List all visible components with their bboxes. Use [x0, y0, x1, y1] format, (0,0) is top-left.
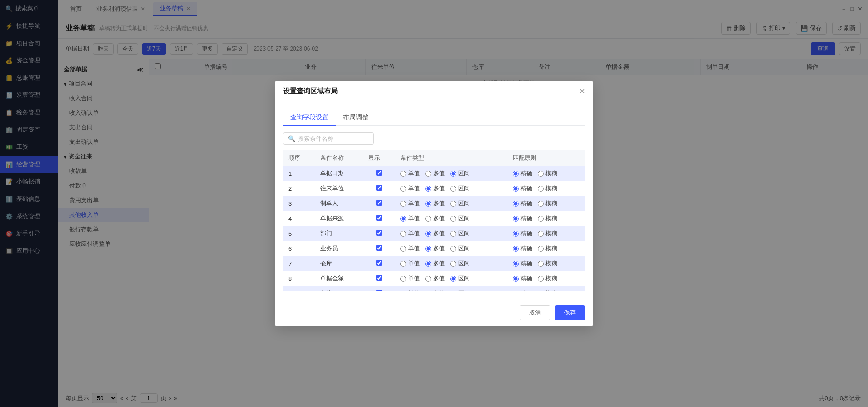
- row-match-rule: 精确模糊: [507, 196, 585, 211]
- dialog-tab-query-fields[interactable]: 查询字段设置: [283, 110, 336, 126]
- radio-type-单值[interactable]: 单值: [400, 290, 420, 291]
- radio-match-模糊[interactable]: 模糊: [538, 214, 557, 223]
- row-order: 4: [283, 211, 315, 226]
- dialog-tab-layout[interactable]: 布局调整: [336, 110, 376, 126]
- radio-match-精确[interactable]: 精确: [513, 244, 532, 253]
- radio-type-单值[interactable]: 单值: [400, 229, 420, 238]
- radio-type-区间[interactable]: 区间: [450, 229, 470, 238]
- row-order: 8: [283, 271, 315, 286]
- dialog-close-button[interactable]: ✕: [579, 87, 585, 96]
- row-match-rule: 精确模糊: [507, 256, 585, 271]
- display-checkbox[interactable]: [376, 230, 382, 236]
- display-checkbox[interactable]: [376, 290, 382, 291]
- radio-match-精确[interactable]: 精确: [513, 275, 532, 283]
- row-display: [363, 271, 395, 286]
- row-condition-name: 单据日期: [315, 166, 363, 181]
- row-match-rule: 精确模糊: [507, 241, 585, 256]
- dialog-save-button[interactable]: 保存: [555, 305, 585, 320]
- radio-type-区间[interactable]: 区间: [450, 184, 470, 193]
- row-condition-type: 单值多值区间: [395, 226, 507, 241]
- radio-type-单值[interactable]: 单值: [400, 184, 420, 193]
- radio-type-单值[interactable]: 单值: [400, 259, 420, 268]
- radio-type-多值[interactable]: 多值: [425, 229, 445, 238]
- col-order: 顺序: [283, 150, 315, 166]
- radio-match-模糊[interactable]: 模糊: [538, 199, 557, 208]
- radio-match-精确[interactable]: 精确: [513, 184, 532, 193]
- radio-match-精确[interactable]: 精确: [513, 169, 532, 178]
- radio-match-精确[interactable]: 精确: [513, 199, 532, 208]
- dialog-footer: 取消 保存: [275, 299, 593, 326]
- row-match-rule: 精确模糊: [507, 226, 585, 241]
- dialog-title: 设置查询区域布局: [283, 87, 338, 96]
- radio-type-区间[interactable]: 区间: [450, 244, 470, 253]
- display-checkbox[interactable]: [376, 275, 382, 281]
- row-condition-name: 仓库: [315, 256, 363, 271]
- row-condition-type: 单值多值区间: [395, 286, 507, 292]
- col-condition-type: 条件类型: [395, 150, 507, 166]
- display-checkbox[interactable]: [376, 200, 382, 206]
- row-display: [363, 256, 395, 271]
- settings-row: 5部门单值多值区间精确模糊: [283, 226, 585, 241]
- radio-match-精确[interactable]: 精确: [513, 259, 532, 268]
- settings-row: 6业务员单值多值区间精确模糊: [283, 241, 585, 256]
- row-display: [363, 211, 395, 226]
- cancel-button[interactable]: 取消: [520, 305, 550, 320]
- radio-type-多值[interactable]: 多值: [425, 199, 445, 208]
- display-checkbox[interactable]: [376, 245, 382, 251]
- radio-match-模糊[interactable]: 模糊: [538, 259, 557, 268]
- display-checkbox[interactable]: [376, 185, 382, 191]
- dialog-search-box: 🔍: [283, 132, 374, 145]
- radio-type-多值[interactable]: 多值: [425, 290, 445, 291]
- radio-type-区间[interactable]: 区间: [450, 199, 470, 208]
- dialog-body: 查询字段设置 布局调整 🔍 顺序 条件名称 显示: [275, 102, 593, 299]
- row-condition-type: 单值多值区间: [395, 271, 507, 286]
- radio-match-模糊[interactable]: 模糊: [538, 290, 557, 291]
- radio-match-模糊[interactable]: 模糊: [538, 184, 557, 193]
- radio-match-精确[interactable]: 精确: [513, 290, 532, 291]
- radio-type-区间[interactable]: 区间: [450, 259, 470, 268]
- radio-type-区间[interactable]: 区间: [450, 214, 470, 223]
- display-checkbox[interactable]: [376, 215, 382, 221]
- row-condition-name: 往来单位: [315, 181, 363, 196]
- row-condition-type: 单值多值区间: [395, 211, 507, 226]
- overlay: 设置查询区域布局 ✕ 查询字段设置 布局调整 🔍: [0, 0, 868, 407]
- row-condition-type: 单值多值区间: [395, 256, 507, 271]
- settings-row: 3制单人单值多值区间精确模糊: [283, 196, 585, 211]
- radio-type-区间[interactable]: 区间: [450, 169, 470, 178]
- row-order: 5: [283, 226, 315, 241]
- row-condition-type: 单值多值区间: [395, 196, 507, 211]
- row-display: [363, 196, 395, 211]
- radio-type-单值[interactable]: 单值: [400, 199, 420, 208]
- radio-match-精确[interactable]: 精确: [513, 214, 532, 223]
- row-match-rule: 精确模糊: [507, 286, 585, 292]
- display-checkbox[interactable]: [376, 170, 382, 176]
- radio-match-模糊[interactable]: 模糊: [538, 244, 557, 253]
- dialog: 设置查询区域布局 ✕ 查询字段设置 布局调整 🔍: [275, 81, 593, 326]
- row-condition-type: 单值多值区间: [395, 166, 507, 181]
- radio-type-多值[interactable]: 多值: [425, 259, 445, 268]
- radio-type-多值[interactable]: 多值: [425, 184, 445, 193]
- dialog-search-icon: 🔍: [288, 135, 295, 142]
- settings-row: 7仓库单值多值区间精确模糊: [283, 256, 585, 271]
- radio-type-单值[interactable]: 单值: [400, 244, 420, 253]
- row-display: [363, 166, 395, 181]
- settings-row: 1单据日期单值多值区间精确模糊: [283, 166, 585, 181]
- radio-match-精确[interactable]: 精确: [513, 229, 532, 238]
- radio-match-模糊[interactable]: 模糊: [538, 229, 557, 238]
- radio-type-多值[interactable]: 多值: [425, 275, 445, 283]
- radio-type-单值[interactable]: 单值: [400, 214, 420, 223]
- radio-match-模糊[interactable]: 模糊: [538, 275, 557, 283]
- radio-type-多值[interactable]: 多值: [425, 214, 445, 223]
- radio-type-区间[interactable]: 区间: [450, 290, 470, 291]
- dialog-search-input[interactable]: [298, 135, 369, 142]
- radio-type-多值[interactable]: 多值: [425, 244, 445, 253]
- radio-type-单值[interactable]: 单值: [400, 169, 420, 178]
- display-checkbox[interactable]: [376, 260, 382, 266]
- row-condition-type: 单值多值区间: [395, 241, 507, 256]
- radio-type-单值[interactable]: 单值: [400, 275, 420, 283]
- radio-type-区间[interactable]: 区间: [450, 275, 470, 283]
- radio-match-模糊[interactable]: 模糊: [538, 169, 557, 178]
- settings-row: 2往来单位单值多值区间精确模糊: [283, 181, 585, 196]
- row-display: [363, 226, 395, 241]
- radio-type-多值[interactable]: 多值: [425, 169, 445, 178]
